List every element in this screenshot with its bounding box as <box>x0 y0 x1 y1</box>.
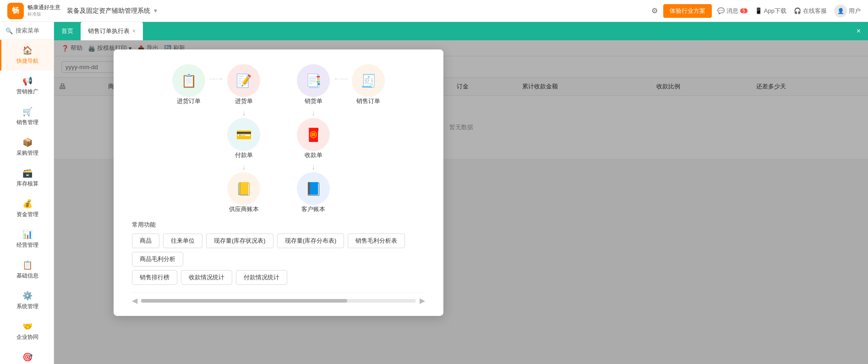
func-btn-stock-status[interactable]: 现存量(库存状况表) <box>206 234 273 248</box>
sales-bill-label: 销货单 <box>305 97 322 105</box>
home-icon: 🏠 <box>22 45 33 55</box>
func-btn-payment-stats[interactable]: 付款情况统计 <box>236 270 287 285</box>
sidebar-item-basic[interactable]: 📋 基础信息 <box>0 255 54 285</box>
purchase-order-label: 进货订单 <box>177 97 201 105</box>
func-btn-receipt-stats[interactable]: 收款情况统计 <box>181 270 232 285</box>
payment-icon: 💳 <box>236 127 252 142</box>
supplier-ledger-label: 供应商账本 <box>229 205 259 213</box>
flow-node-sales-order: 🧾 销售订单 <box>352 64 385 105</box>
modal-overlay: 📋 进货订单 ·····→ <box>54 40 868 364</box>
search-menu[interactable]: 🔍 搜索菜单 <box>0 22 54 40</box>
scrollbar-track[interactable] <box>141 299 416 303</box>
func-btn-product-margin[interactable]: 商品毛利分析 <box>132 252 183 266</box>
sales-bill-icon: 📑 <box>306 73 322 88</box>
sales-bill-circle[interactable]: 📑 <box>297 64 330 97</box>
func-btn-sales-margin[interactable]: 销售毛利分析表 <box>348 234 405 248</box>
quick-nav-modal: 📋 进货订单 ·····→ <box>114 49 443 316</box>
sidebar-item-quick[interactable]: 🏠 快捷导航 <box>0 40 54 71</box>
arrow-so-to-sb: ←····· <box>330 75 352 82</box>
func-btn-contacts[interactable]: 往来单位 <box>163 234 202 248</box>
purchase-bill-circle[interactable]: 📝 <box>227 64 260 97</box>
sidebar-item-operations[interactable]: 📊 经营管理 <box>0 224 54 255</box>
sidebar-item-finance[interactable]: 💰 资金管理 <box>0 193 54 224</box>
func-title: 常用功能 <box>132 221 425 229</box>
search-icon: 🔍 <box>5 27 13 34</box>
try-btn[interactable]: 体验行业方案 <box>663 4 712 18</box>
gear-icon[interactable]: ⚙ <box>651 6 658 15</box>
customer-ledger-circle[interactable]: 📘 <box>297 172 330 205</box>
purchase-icon: 📦 <box>22 137 33 147</box>
flow-node-sales-bill: 📑 销货单 <box>297 64 330 105</box>
dropdown-arrow-icon[interactable]: ▾ <box>154 7 157 14</box>
system-icon: ⚙️ <box>22 291 33 301</box>
receipt-circle[interactable]: 🧧 <box>297 118 330 151</box>
online-service-btn[interactable]: 🎧 在线客服 <box>794 7 827 15</box>
content-area: 首页 销售订单执行表 × × ❓ 帮助 🖨️ <box>54 22 868 364</box>
basic-icon: 📋 <box>22 260 33 270</box>
message-btn[interactable]: 💬 消息 5 <box>717 7 748 15</box>
newbie-icon: 🎯 <box>22 352 33 362</box>
logo-area: 畅 畅康通好生意 标准版 <box>7 3 61 19</box>
system-title: 装备及固定资产辅助管理系统 ▾ <box>67 7 646 15</box>
flow-node-payment: 💳 付款单 <box>227 118 260 159</box>
sidebar-item-sales[interactable]: 🛒 销售管理 <box>0 101 54 132</box>
sales-order-circle[interactable]: 🧾 <box>352 64 385 97</box>
operations-icon: 📊 <box>22 229 33 239</box>
user-area[interactable]: 👤 用户 <box>834 5 861 17</box>
payment-label: 付款单 <box>235 151 253 159</box>
purchase-order-circle[interactable]: 📋 <box>172 64 205 97</box>
flow-node-purchase-order: 📋 进货订单 <box>172 64 205 105</box>
sales-order-icon: 🧾 <box>360 73 377 88</box>
purchase-bill-label: 进货单 <box>235 97 253 105</box>
payment-circle[interactable]: 💳 <box>227 118 260 151</box>
sidebar-item-marketing[interactable]: 📢 营销推广 <box>0 71 54 101</box>
sales-order-label: 销售订单 <box>356 97 380 105</box>
purchase-order-icon: 📋 <box>181 73 197 88</box>
message-icon: 💬 <box>717 7 725 14</box>
main-body: 🔍 搜索菜单 🏠 快捷导航 📢 营销推广 🛒 销售管理 📦 采购管理 🗃️ <box>0 22 868 364</box>
sidebar-item-purchase[interactable]: 📦 采购管理 <box>0 132 54 163</box>
sidebar: 🔍 搜索菜单 🏠 快捷导航 📢 营销推广 🛒 销售管理 📦 采购管理 🗃️ <box>0 22 54 364</box>
common-functions: 常用功能 商品 往来单位 现存量(库存状况表) 现存量(库存分布表) 销售毛利分… <box>132 221 425 285</box>
func-btn-sales-rank[interactable]: 销售排行榜 <box>132 270 177 285</box>
flow-node-supplier-ledger: 📒 供应商账本 <box>227 172 260 213</box>
finance-icon: 💰 <box>22 199 33 209</box>
customer-ledger-label: 客户账本 <box>301 205 325 213</box>
modal-scrollbar-area: ◀ ▶ <box>132 292 425 305</box>
message-badge: 5 <box>740 8 748 13</box>
sales-icon: 🛒 <box>22 107 33 117</box>
scroll-right-icon[interactable]: ▶ <box>420 296 425 305</box>
header-right: 💬 消息 5 📱 App下载 🎧 在线客服 👤 用户 <box>717 5 861 17</box>
arrow-payment-down: ↓ <box>227 163 260 171</box>
avatar: 👤 <box>834 5 847 17</box>
top-header: 畅 畅康通好生意 标准版 装备及固定资产辅助管理系统 ▾ ⚙ 体验行业方案 💬 … <box>0 0 868 22</box>
window-close-icon[interactable]: × <box>857 27 868 35</box>
func-btn-product[interactable]: 商品 <box>132 234 159 248</box>
tab-home[interactable]: 首页 <box>54 22 81 40</box>
func-btn-stock-dist[interactable]: 现存量(库存分布表) <box>277 234 344 248</box>
sidebar-item-enterprise[interactable]: 🤝 企业协同 <box>0 316 54 347</box>
func-buttons: 商品 往来单位 现存量(库存状况表) 现存量(库存分布表) 销售毛利分析表 商品… <box>132 234 425 266</box>
tab-sales-order[interactable]: 销售订单执行表 × <box>81 22 143 40</box>
purchase-bill-icon: 📝 <box>236 73 252 88</box>
logo-sub: 标准版 <box>27 11 60 17</box>
tab-bar: 首页 销售订单执行表 × × <box>54 22 868 40</box>
sidebar-item-inventory[interactable]: 🗃️ 库存核算 <box>0 163 54 193</box>
scroll-left-icon[interactable]: ◀ <box>132 296 137 305</box>
logo-icon: 畅 <box>7 3 24 19</box>
sidebar-item-system[interactable]: ⚙️ 系统管理 <box>0 285 54 316</box>
scrollbar-thumb <box>141 299 347 303</box>
arrow-po-to-pb: ·····→ <box>205 75 227 82</box>
arrow-sb-down: ↓ <box>297 109 330 117</box>
sidebar-item-newbie[interactable]: 🎯 新手引导 <box>0 347 54 364</box>
enterprise-icon: 🤝 <box>22 321 33 331</box>
flow-node-purchase-bill: 📝 进货单 <box>227 64 260 105</box>
tab-close-icon[interactable]: × <box>132 28 136 34</box>
app-download-btn[interactable]: 📱 App下载 <box>755 7 786 15</box>
app-icon: 📱 <box>755 7 762 14</box>
supplier-ledger-icon: 📒 <box>236 181 252 196</box>
flow-node-customer-ledger: 📘 客户账本 <box>297 172 330 213</box>
supplier-ledger-circle[interactable]: 📒 <box>227 172 260 205</box>
logo-text: 畅康通好生意 <box>27 4 60 11</box>
inventory-icon: 🗃️ <box>22 168 33 178</box>
